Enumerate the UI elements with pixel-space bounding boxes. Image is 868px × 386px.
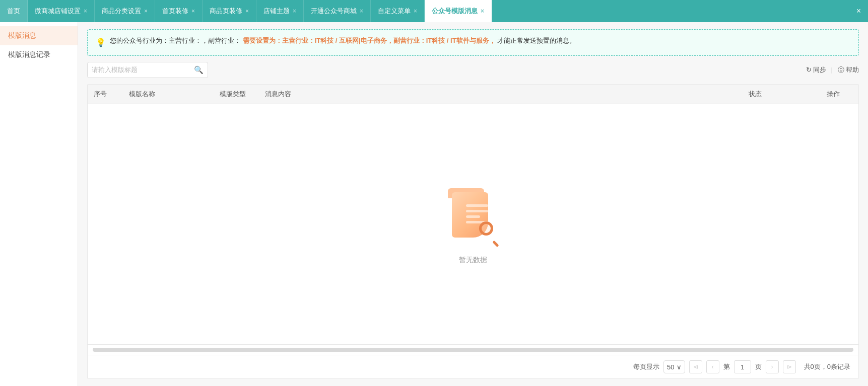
tab-custom-menu-close[interactable]: × xyxy=(414,8,417,15)
magnifier-circle xyxy=(479,221,493,236)
tab-home-decor-close[interactable]: × xyxy=(191,8,195,15)
magnifier-icon xyxy=(479,221,501,244)
divider: | xyxy=(831,66,833,73)
tab-category-settings[interactable]: 商品分类设置 × xyxy=(95,0,155,22)
help-button[interactable]: ⓪ 帮助 xyxy=(838,65,859,74)
empty-state: 暂无数据 xyxy=(88,104,858,344)
sidebar-item-template-history-label: 模版消息记录 xyxy=(8,50,50,58)
help-label: 帮助 xyxy=(846,65,859,74)
table-container: 序号 模版名称 模版类型 消息内容 状态 操作 xyxy=(87,84,859,379)
col-status: 状态 xyxy=(743,85,808,104)
page-last-button[interactable]: ⊳ xyxy=(783,360,796,373)
tab-store-theme[interactable]: 店铺主题 × xyxy=(256,0,304,22)
doc-lines xyxy=(466,204,488,223)
content-area: 💡 您的公众号行业为：主营行业：，副营行业： 需要设置为：主营行业：IT科技 /… xyxy=(78,22,868,386)
banner-prefix: 您的公众号行业为：主营行业：，副营行业： xyxy=(110,37,241,44)
doc-line-1 xyxy=(466,204,488,207)
sidebar-item-template-msg-label: 模版消息 xyxy=(8,31,36,39)
page-size-value: 50 xyxy=(667,363,674,371)
tab-shop-settings-label: 微商城店铺设置 xyxy=(35,7,81,16)
col-name: 模版名称 xyxy=(123,85,214,104)
page-prev-button[interactable]: ‹ xyxy=(706,360,719,373)
tab-category-settings-close[interactable]: × xyxy=(144,8,148,15)
col-type: 模版类型 xyxy=(214,85,259,104)
pagination: 每页显示 50 ∨ ⊲ ‹ 第 1 页 › ⊳ 共0页，0条记录 xyxy=(88,355,858,378)
tab-category-settings-label: 商品分类设置 xyxy=(102,7,141,16)
doc-line-2 xyxy=(466,210,488,212)
sidebar-item-template-history[interactable]: 模版消息记录 xyxy=(0,45,78,64)
main-layout: 模版消息 模版消息记录 💡 您的公众号行业为：主营行业：，副营行业： 需要设置为… xyxy=(0,22,868,386)
page-size-select[interactable]: 50 ∨ xyxy=(663,360,685,373)
tab-custom-menu-label: 自定义菜单 xyxy=(378,7,411,16)
banner-suffix: 才能正常发送预置的消息。 xyxy=(497,37,576,44)
empty-illustration xyxy=(443,188,503,249)
col-seq: 序号 xyxy=(88,85,123,104)
help-icon: ⓪ xyxy=(838,65,844,74)
search-icon[interactable]: 🔍 xyxy=(194,65,204,74)
horizontal-scrollbar[interactable] xyxy=(93,348,853,352)
toolbar-right: ↻ 同步 | ⓪ 帮助 xyxy=(806,65,859,74)
search-input[interactable] xyxy=(92,66,192,73)
tab-home[interactable]: 首页 xyxy=(0,0,28,22)
page-next-button[interactable]: › xyxy=(766,360,779,373)
tab-template-msg[interactable]: 公众号模版消息 × xyxy=(425,0,492,22)
tab-home-decor-label: 首页装修 xyxy=(162,7,188,16)
page-current-value: 1 xyxy=(741,363,744,371)
sidebar-item-template-msg[interactable]: 模版消息 xyxy=(0,26,78,45)
tab-open-mall[interactable]: 开通公众号商城 × xyxy=(304,0,371,22)
tab-home-label: 首页 xyxy=(7,7,20,16)
tab-custom-menu[interactable]: 自定义菜单 × xyxy=(371,0,425,22)
tab-shop-settings[interactable]: 微商城店铺设置 × xyxy=(28,0,95,22)
sync-button[interactable]: ↻ 同步 xyxy=(806,65,826,74)
page-size-label: 每页显示 xyxy=(633,362,659,371)
page-word-pre: 第 xyxy=(723,362,730,371)
banner-highlight: 需要设置为：主营行业：IT科技 / 互联网|电子商务，副营行业：IT科技 / I… xyxy=(243,37,496,44)
empty-text: 暂无数据 xyxy=(459,256,487,265)
sidebar: 模版消息 模版消息记录 xyxy=(0,22,78,386)
tab-product-decor[interactable]: 商品页装修 × xyxy=(203,0,256,22)
tab-product-decor-label: 商品页装修 xyxy=(210,7,242,16)
tab-home-decor[interactable]: 首页装修 × xyxy=(155,0,203,22)
tab-open-mall-close[interactable]: × xyxy=(360,8,363,15)
tab-store-theme-label: 店铺主题 xyxy=(263,7,290,16)
sync-label: 同步 xyxy=(813,65,826,74)
page-total: 共0页，0条记录 xyxy=(804,362,850,371)
tab-template-msg-close[interactable]: × xyxy=(481,8,484,15)
page-word-post: 页 xyxy=(755,362,762,371)
col-action: 操作 xyxy=(808,85,858,104)
tab-shop-settings-close[interactable]: × xyxy=(84,8,87,15)
doc-line-3 xyxy=(466,215,480,218)
table-header: 序号 模版名称 模版类型 消息内容 状态 操作 xyxy=(88,85,858,104)
search-bar: 🔍 ↻ 同步 | ⓪ 帮助 xyxy=(87,62,859,78)
page-current-input[interactable]: 1 xyxy=(734,360,751,373)
info-banner: 💡 您的公众号行业为：主营行业：，副营行业： 需要设置为：主营行业：IT科技 /… xyxy=(87,29,859,56)
chevron-down-icon: ∨ xyxy=(677,363,682,371)
tab-open-mall-label: 开通公众号商城 xyxy=(311,7,357,16)
sync-icon: ↻ xyxy=(806,66,812,73)
tab-store-theme-close[interactable]: × xyxy=(293,8,296,15)
scroll-bar-row xyxy=(88,344,858,355)
tab-product-decor-close[interactable]: × xyxy=(245,8,249,15)
magnifier-handle xyxy=(492,241,499,247)
tab-template-msg-label: 公众号模版消息 xyxy=(432,7,478,16)
search-input-wrap[interactable]: 🔍 xyxy=(87,62,208,78)
global-close-button[interactable]: × xyxy=(849,0,868,22)
top-nav: 首页 微商城店铺设置 × 商品分类设置 × 首页装修 × 商品页装修 × 店铺主… xyxy=(0,0,868,22)
page-first-button[interactable]: ⊲ xyxy=(689,360,702,373)
col-content: 消息内容 xyxy=(259,85,743,104)
bulb-icon: 💡 xyxy=(96,36,106,49)
